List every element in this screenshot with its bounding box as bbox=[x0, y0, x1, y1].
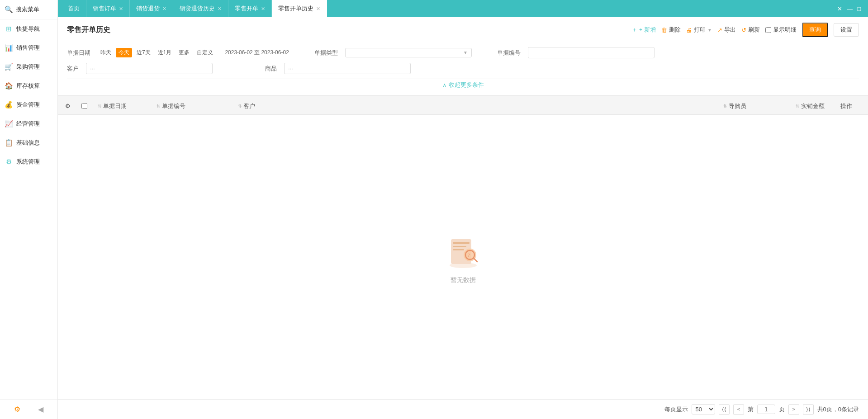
maximize-icon[interactable]: □ bbox=[857, 5, 861, 12]
doc-type-select[interactable]: ▼ bbox=[345, 48, 472, 57]
tab-sales-order[interactable]: 销售订单 ✕ bbox=[86, 0, 130, 17]
sort-icon: ⇅ bbox=[796, 104, 799, 108]
date-btn-1month[interactable]: 近1月 bbox=[155, 48, 175, 57]
page-label-pre: 第 bbox=[748, 405, 754, 414]
prev-page-btn[interactable]: ＜ bbox=[733, 404, 744, 415]
tab-home[interactable]: 首页 bbox=[62, 0, 86, 17]
last-page-btn[interactable]: ⟩⟩ bbox=[803, 404, 814, 415]
pagination: 每页显示 50 10 20 100 ⟨⟨ ＜ 第 页 ＞ ⟩⟩ 共0页，0条记录 bbox=[58, 399, 868, 419]
current-page-input[interactable] bbox=[757, 405, 775, 414]
minimize-icon[interactable]: — bbox=[847, 5, 853, 12]
date-btn-today[interactable]: 今天 bbox=[116, 48, 132, 57]
sidebar-item-quick-nav[interactable]: ⊞ 快捷导航 bbox=[0, 19, 57, 38]
settings-icon[interactable]: ⚙ bbox=[14, 405, 20, 414]
settings-filter-button[interactable]: 设置 bbox=[834, 23, 859, 37]
empty-text: 暂无数据 bbox=[451, 276, 476, 284]
col-guide-header[interactable]: ⇅ 导购员 bbox=[720, 102, 774, 110]
tab-sales-return[interactable]: 销货退货 ✕ bbox=[130, 0, 173, 17]
first-page-btn[interactable]: ⟨⟨ bbox=[719, 404, 730, 415]
select-all-checkbox[interactable] bbox=[81, 103, 87, 109]
sidebar-item-inventory[interactable]: 🏠 库存核算 bbox=[0, 76, 57, 95]
tab-close-icon[interactable]: ✕ bbox=[261, 6, 265, 12]
sort-icon: ⇅ bbox=[723, 104, 727, 108]
show-detail-checkbox[interactable]: 显示明细 bbox=[765, 26, 797, 34]
print-button[interactable]: 🖨 打印 ▼ bbox=[686, 26, 712, 34]
doc-no-label: 单据编号 bbox=[497, 49, 521, 57]
sidebar-search[interactable]: 🔍 搜索菜单 bbox=[0, 0, 57, 19]
warehouse-icon: 🏠 bbox=[5, 82, 13, 90]
sidebar-item-sys-mgmt[interactable]: ⚙ 系统管理 bbox=[0, 152, 57, 171]
export-button[interactable]: ↗ 导出 bbox=[717, 26, 736, 34]
table-area: ⚙ ⇅ 单据日期 ⇅ 单据编号 ⇅ 客户 ⇅ 导购员 ⇅ bbox=[58, 98, 868, 419]
close-window-icon[interactable]: ✕ bbox=[837, 5, 842, 12]
page-label: 页 bbox=[779, 405, 785, 414]
sidebar-item-sales-mgmt[interactable]: 📊 销售管理 bbox=[0, 38, 57, 57]
tab-sales-return-history[interactable]: 销货退货历史 ✕ bbox=[173, 0, 228, 17]
customer-select[interactable]: ··· bbox=[86, 63, 213, 74]
detail-checkbox[interactable] bbox=[765, 27, 771, 33]
add-icon: ＋ bbox=[631, 26, 637, 34]
col-check[interactable] bbox=[78, 103, 94, 109]
customer-label: 客户 bbox=[67, 65, 79, 73]
goods-label: 商品 bbox=[265, 65, 277, 73]
sort-icon: ⇅ bbox=[98, 104, 101, 108]
filter-area: 单据日期 昨天 今天 近7天 近1月 更多 自定义 2023-06-02 至 2… bbox=[67, 42, 859, 95]
sidebar-item-label: 库存核算 bbox=[16, 82, 40, 90]
sidebar-bottom: ⚙ ◀ bbox=[0, 399, 57, 419]
col-no-header[interactable]: ⇅ 单据编号 bbox=[153, 102, 234, 110]
info-icon: 📋 bbox=[5, 139, 13, 147]
toolbar: ＋ + 新增 🗑 删除 🖨 打印 ▼ ↗ 导出 ↺ bbox=[631, 23, 859, 37]
sidebar-item-finance[interactable]: 💰 资金管理 bbox=[0, 95, 57, 114]
tab-retail-open-history[interactable]: 零售开单历史 ✕ bbox=[272, 0, 327, 17]
refresh-icon: ↺ bbox=[741, 27, 746, 33]
sort-icon: ⇅ bbox=[238, 104, 242, 108]
sidebar: 🔍 搜索菜单 ⊞ 快捷导航 📊 销售管理 🛒 采购管理 🏠 库存核算 💰 资金管… bbox=[0, 0, 58, 419]
goods-dots: ··· bbox=[288, 65, 293, 72]
collapse-more-btn[interactable]: ∧ 收起更多条件 bbox=[67, 79, 859, 91]
goods-select[interactable]: ··· bbox=[284, 63, 411, 74]
sidebar-search-label: 搜索菜单 bbox=[16, 5, 39, 14]
column-settings-icon[interactable]: ⚙ bbox=[65, 103, 71, 109]
doc-no-input[interactable] bbox=[528, 47, 655, 58]
filter-row-2: 客户 ··· 商品 ··· bbox=[67, 63, 859, 74]
date-btn-yesterday[interactable]: 昨天 bbox=[98, 48, 114, 57]
tab-close-icon[interactable]: ✕ bbox=[218, 6, 222, 12]
next-page-btn[interactable]: ＞ bbox=[788, 404, 799, 415]
date-btn-7days[interactable]: 近7天 bbox=[134, 48, 153, 57]
date-btn-more[interactable]: 更多 bbox=[176, 48, 192, 57]
tab-close-icon[interactable]: ✕ bbox=[316, 6, 320, 12]
delete-button[interactable]: 🗑 删除 bbox=[661, 26, 681, 34]
svg-rect-2 bbox=[453, 242, 470, 244]
date-label: 单据日期 bbox=[67, 49, 90, 57]
tab-close-icon[interactable]: ✕ bbox=[119, 6, 123, 12]
add-button[interactable]: ＋ + 新增 bbox=[631, 26, 656, 34]
main-area: 首页 销售订单 ✕ 销货退货 ✕ 销货退货历史 ✕ 零售开单 ✕ 零售开单历史 … bbox=[58, 0, 868, 419]
toggle-icon[interactable]: ◀ bbox=[38, 405, 43, 414]
delete-icon: 🗑 bbox=[661, 27, 667, 33]
sidebar-item-operations[interactable]: 📈 经营管理 bbox=[0, 114, 57, 133]
tab-retail-open[interactable]: 零售开单 ✕ bbox=[228, 0, 272, 17]
sidebar-item-purchase-mgmt[interactable]: 🛒 采购管理 bbox=[0, 57, 57, 76]
col-settings[interactable]: ⚙ bbox=[62, 103, 78, 109]
chevron-down-icon: ▼ bbox=[463, 50, 468, 55]
customer-dots: ··· bbox=[90, 65, 95, 72]
per-page-label: 每页显示 bbox=[664, 405, 688, 414]
home-icon: ⊞ bbox=[5, 25, 13, 33]
content-header: 零售开单历史 ＋ + 新增 🗑 删除 🖨 打印 ▼ ↗ 导出 bbox=[58, 17, 868, 96]
search-icon: 🔍 bbox=[5, 5, 13, 14]
sidebar-item-basic-info[interactable]: 📋 基础信息 bbox=[0, 133, 57, 152]
doc-type-label: 单据类型 bbox=[314, 49, 338, 57]
page-size-select[interactable]: 50 10 20 100 bbox=[692, 404, 715, 414]
col-date-header[interactable]: ⇅ 单据日期 bbox=[94, 102, 153, 110]
total-info: 共0页，0条记录 bbox=[817, 405, 859, 414]
col-customer-header[interactable]: ⇅ 客户 bbox=[234, 102, 720, 110]
chart-icon: 📊 bbox=[5, 44, 13, 52]
date-buttons: 昨天 今天 近7天 近1月 更多 自定义 bbox=[98, 48, 216, 57]
col-amount-header[interactable]: ⇅ 实销金额 bbox=[774, 102, 828, 110]
sidebar-item-label: 采购管理 bbox=[16, 63, 40, 71]
tab-close-icon[interactable]: ✕ bbox=[162, 6, 166, 12]
query-button[interactable]: 查询 bbox=[802, 23, 828, 37]
table-header: ⚙ ⇅ 单据日期 ⇅ 单据编号 ⇅ 客户 ⇅ 导购员 ⇅ bbox=[58, 98, 868, 115]
date-btn-custom[interactable]: 自定义 bbox=[194, 48, 216, 57]
refresh-button[interactable]: ↺ 刷新 bbox=[741, 26, 760, 34]
